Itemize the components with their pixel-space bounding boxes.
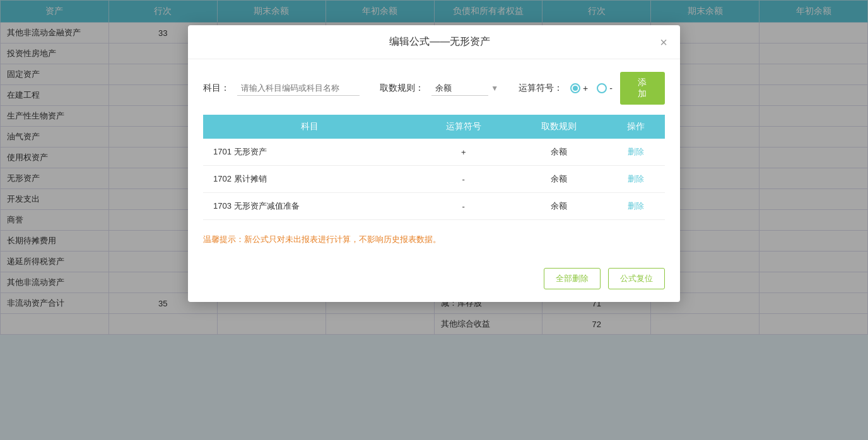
form-row: 科目： 取数规则： 余额 ▼ 运算符号： + [203,72,665,105]
radio-circle-plus [570,83,580,93]
formula-action-cell: 删除 [607,139,665,166]
formula-subject-cell: 1702 累计摊销 [203,166,416,193]
formula-table-row: 1703 无形资产减值准备-余额删除 [203,193,665,220]
formula-subject-cell: 1701 无形资产 [203,139,416,166]
select-arrow-icon: ▼ [491,84,498,93]
modal-close-button[interactable]: × [660,36,667,49]
reset-button[interactable]: 公式复位 [608,268,665,289]
warning-text: 温馨提示：新公式只对未出报表进行计算，不影响历史报表数据。 [203,231,665,248]
modal-header: 编辑公式——无形资产 × [188,25,680,59]
delete-row-button[interactable]: 删除 [628,200,644,212]
delete-row-button[interactable]: 删除 [628,173,644,185]
operator-plus-label: + [583,83,588,93]
background-table-wrap: 资产行次期末余额年初余额负债和所有者权益行次期末余额年初余额 其他非流动金融资产… [0,0,868,440]
rule-select-wrap: 余额 ▼ [431,81,498,96]
formula-action-cell: 删除 [607,166,665,193]
add-button[interactable]: 添加 [620,72,665,105]
formula-operator-cell: + [416,139,511,166]
subject-input[interactable] [237,81,360,96]
formula-operator-cell: - [416,166,511,193]
formula-subject-cell: 1703 无形资产减值准备 [203,193,416,220]
formula-table-header: 科目 [203,115,416,139]
operator-plus-radio[interactable]: + [570,83,588,93]
formula-rule-cell: 余额 [511,166,606,193]
modal-title: 编辑公式——无形资产 [220,35,660,49]
formula-table-header: 运算符号 [416,115,511,139]
operator-label: 运算符号： [519,83,563,94]
subject-label: 科目： [203,83,230,94]
formula-table-row: 1702 累计摊销-余额删除 [203,166,665,193]
operator-minus-label: - [609,83,613,93]
operator-radio-group: + - [570,83,613,93]
formula-table: 科目运算符号取数规则操作 1701 无形资产+余额删除1702 累计摊销-余额删… [203,115,665,220]
delete-all-button[interactable]: 全部删除 [544,268,601,289]
radio-circle-minus [597,83,607,93]
formula-operator-cell: - [416,193,511,220]
rule-label: 取数规则： [380,83,424,94]
formula-table-header: 操作 [607,115,665,139]
formula-action-cell: 删除 [607,193,665,220]
delete-row-button[interactable]: 删除 [628,146,644,158]
formula-table-row: 1701 无形资产+余额删除 [203,139,665,166]
rule-select[interactable]: 余额 [431,81,488,96]
modal-footer: 全部删除 公式复位 [188,260,680,302]
formula-rule-cell: 余额 [511,139,606,166]
formula-table-header: 取数规则 [511,115,606,139]
modal-overlay: 编辑公式——无形资产 × 科目： 取数规则： 余额 ▼ 运算符号： [0,0,868,440]
operator-minus-radio[interactable]: - [597,83,613,93]
modal-body: 科目： 取数规则： 余额 ▼ 运算符号： + [188,59,680,260]
formula-rule-cell: 余额 [511,193,606,220]
modal-dialog: 编辑公式——无形资产 × 科目： 取数规则： 余额 ▼ 运算符号： [188,25,680,302]
